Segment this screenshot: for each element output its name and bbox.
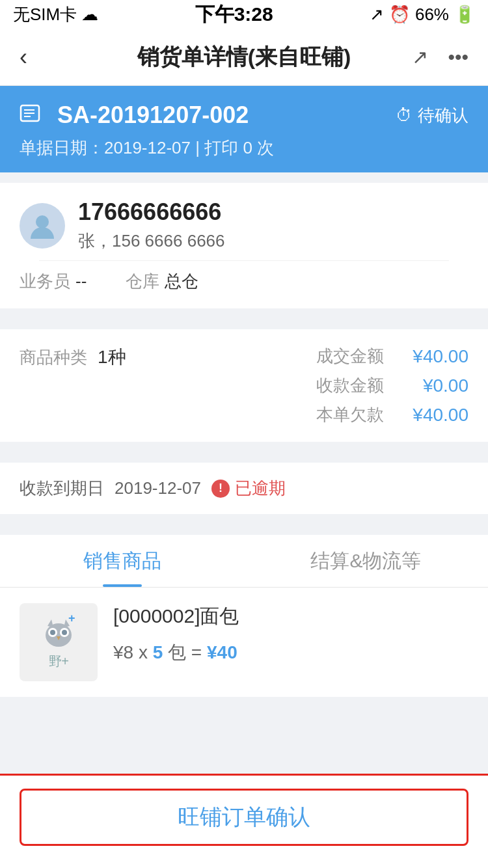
customer-avatar: [20, 203, 65, 249]
alarm-icon: ⏰: [389, 5, 410, 25]
order-id: SA-20191207-002: [57, 102, 249, 129]
overdue-text: 已逾期: [235, 477, 286, 500]
invoice-icon: [20, 104, 43, 127]
tabs-container: 销售商品 结算&物流等: [0, 535, 488, 588]
nav-bar: ‹ 销货单详情(来自旺铺) ↗︎ •••: [0, 29, 488, 86]
order-status: ⏱ 待确认: [396, 104, 468, 127]
gap-2: [0, 442, 488, 452]
confirm-btn-wrapper: 旺铺订单确认: [0, 774, 488, 868]
svg-point-11: [62, 630, 67, 635]
due-date-label: 收款到期日: [20, 477, 104, 500]
received-amount-label: 收款金额: [316, 374, 384, 397]
transaction-amount-label: 成交金额: [316, 345, 384, 368]
nav-actions: ↗︎ •••: [412, 46, 468, 68]
product-quantity: 5: [153, 642, 163, 662]
location-icon: ↗: [370, 5, 384, 25]
svg-text:+: +: [68, 614, 75, 625]
customer-phone: 17666666666: [78, 198, 225, 226]
product-category-value: 1种: [98, 345, 126, 370]
product-image: + 野+: [20, 603, 98, 681]
status-time: 下午3:28: [195, 1, 273, 28]
tab-settlement-label: 结算&物流等: [310, 548, 421, 575]
product-code: [0000002]: [113, 605, 200, 627]
product-item: + 野+ [0000002]面包 ¥8 x 5 包 = ¥40: [0, 588, 488, 697]
warehouse-label: 仓库: [126, 270, 159, 293]
page-title: 销货单详情(来自旺铺): [137, 42, 351, 72]
confirm-order-button[interactable]: 旺铺订单确认: [20, 789, 468, 846]
more-button[interactable]: •••: [448, 46, 468, 68]
customer-meta: 业务员 -- 仓库 总仓: [20, 270, 468, 293]
product-title: 面包: [200, 605, 239, 627]
product-logo-icon: +: [36, 614, 81, 650]
price-multiply: x: [139, 642, 153, 662]
salesperson-label: 业务员: [20, 270, 70, 293]
tab-products[interactable]: 销售商品: [0, 535, 244, 587]
product-name: [0000002]面包: [113, 603, 468, 630]
received-amount-value: ¥0.00: [397, 375, 468, 396]
overdue-icon: !: [211, 480, 230, 498]
gap-3: [0, 514, 488, 524]
owed-amount-value: ¥40.00: [397, 405, 468, 426]
salesperson-value: --: [75, 271, 87, 292]
status-bar: 无SIM卡 ☁ 下午3:28 ↗ ⏰ 66% 🔋: [0, 0, 488, 29]
battery-status: 66%: [415, 5, 449, 25]
price-unit: ¥8: [113, 642, 133, 662]
product-total: ¥40: [207, 642, 237, 662]
svg-point-10: [50, 630, 55, 635]
sim-status: 无SIM卡 ☁: [13, 3, 98, 26]
tab-settlement[interactable]: 结算&物流等: [244, 535, 488, 587]
owed-amount-label: 本单欠款: [316, 403, 384, 426]
summary-section: 商品种类 1种 成交金额 ¥40.00 收款金额 ¥0.00 本单欠款 ¥40.…: [0, 329, 488, 442]
due-section: 收款到期日 2019-12-07 ! 已逾期: [0, 463, 488, 514]
status-right: ↗ ⏰ 66% 🔋: [370, 5, 475, 25]
product-unit: 包: [168, 642, 186, 662]
clock-icon: ⏱: [396, 105, 413, 126]
svg-marker-6: [47, 619, 53, 627]
transaction-amount-value: ¥40.00: [397, 346, 468, 367]
order-date: 单据日期：2019-12-07 | 打印 0 次: [20, 137, 468, 159]
product-category-label: 商品种类: [20, 346, 87, 369]
status-left: 无SIM卡 ☁: [13, 3, 98, 26]
warehouse-value: 总仓: [165, 270, 198, 293]
tab-products-label: 销售商品: [83, 548, 161, 575]
product-price: ¥8 x 5 包 = ¥40: [113, 640, 468, 665]
overdue-badge: ! 已逾期: [211, 477, 286, 500]
product-info: [0000002]面包 ¥8 x 5 包 = ¥40: [113, 603, 468, 665]
share-button[interactable]: ↗︎: [412, 46, 428, 68]
gap-1: [0, 308, 488, 319]
customer-name: 张，156 6666 6666: [78, 230, 225, 252]
status-text: 待确认: [418, 104, 468, 127]
back-button[interactable]: ‹: [20, 44, 27, 71]
price-equals: =: [191, 642, 207, 662]
customer-section: 17666666666 张，156 6666 6666 业务员 -- 仓库 总仓: [0, 183, 488, 308]
battery-icon: 🔋: [454, 5, 475, 25]
order-header: SA-20191207-002 ⏱ 待确认 单据日期：2019-12-07 | …: [0, 86, 488, 172]
svg-point-4: [36, 215, 49, 228]
due-date-value: 2019-12-07: [115, 478, 201, 498]
